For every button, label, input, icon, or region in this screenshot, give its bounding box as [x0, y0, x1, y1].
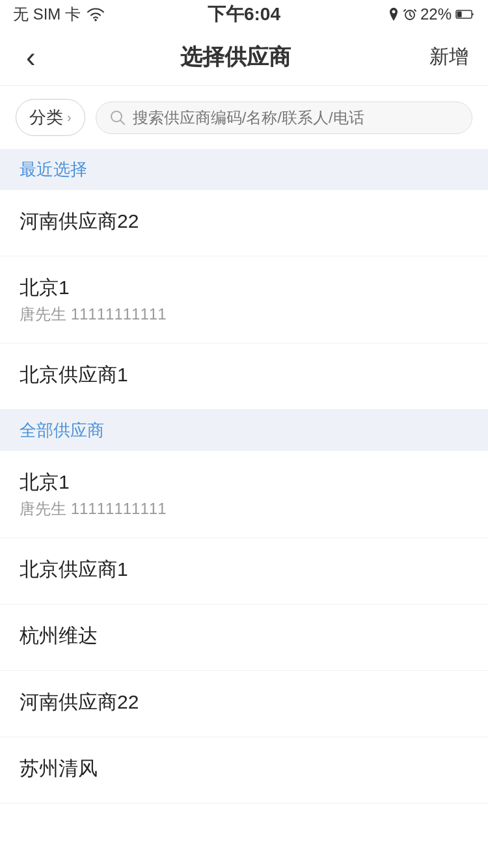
list-item[interactable]: 河南供应商22 [0, 671, 488, 737]
battery-text: 22% [420, 5, 452, 23]
location-icon [388, 7, 400, 21]
list-item[interactable]: 北京1唐先生 11111111111 [0, 451, 488, 538]
search-input[interactable] [133, 109, 459, 127]
status-bar: 无 SIM 卡 下午6:04 22% [0, 0, 488, 29]
search-icon [109, 109, 126, 126]
list-item[interactable]: 河南供应商22 [0, 190, 488, 256]
item-name: 杭州维达 [20, 623, 468, 649]
carrier-text: 无 SIM 卡 [13, 4, 81, 25]
item-name: 苏州清风 [20, 755, 468, 782]
section-title-recent: 最近选择 [20, 159, 87, 179]
list-container: 最近选择河南供应商22北京1唐先生 11111111111北京供应商1全部供应商… [0, 149, 488, 804]
item-name: 北京1 [20, 275, 468, 301]
status-time: 下午6:04 [208, 2, 280, 27]
back-button[interactable]: ‹ [20, 34, 42, 80]
page-title: 选择供应商 [180, 42, 291, 72]
list-item[interactable]: 北京供应商1 [0, 344, 488, 410]
item-name: 北京供应商1 [20, 556, 468, 583]
alarm-icon [403, 7, 416, 21]
category-label: 分类 [29, 106, 63, 129]
list-item[interactable]: 杭州维达 [0, 604, 488, 671]
item-subtitle: 唐先生 11111111111 [20, 498, 468, 519]
section-header-recent: 最近选择 [0, 149, 488, 190]
search-box[interactable] [96, 102, 472, 134]
item-name: 北京1 [20, 469, 468, 496]
item-subtitle: 唐先生 11111111111 [20, 304, 468, 325]
item-name: 北京供应商1 [20, 362, 468, 388]
section-title-all: 全部供应商 [20, 420, 104, 440]
item-name: 河南供应商22 [20, 689, 468, 716]
nav-bar: ‹ 选择供应商 新增 [0, 29, 488, 86]
status-right: 22% [388, 5, 475, 23]
battery-icon [455, 9, 475, 20]
svg-rect-2 [457, 12, 462, 18]
status-left: 无 SIM 卡 [13, 4, 105, 25]
category-filter[interactable]: 分类 › [16, 99, 85, 136]
section-header-all: 全部供应商 [0, 410, 488, 451]
chevron-icon: › [67, 110, 72, 125]
filter-bar: 分类 › [0, 86, 488, 149]
list-item[interactable]: 北京供应商1 [0, 538, 488, 604]
item-name: 河南供应商22 [20, 208, 468, 235]
list-item[interactable]: 北京1唐先生 11111111111 [0, 256, 488, 344]
wifi-icon [86, 7, 105, 21]
list-item[interactable]: 苏州清风 [0, 737, 488, 804]
add-button[interactable]: 新增 [429, 44, 468, 70]
